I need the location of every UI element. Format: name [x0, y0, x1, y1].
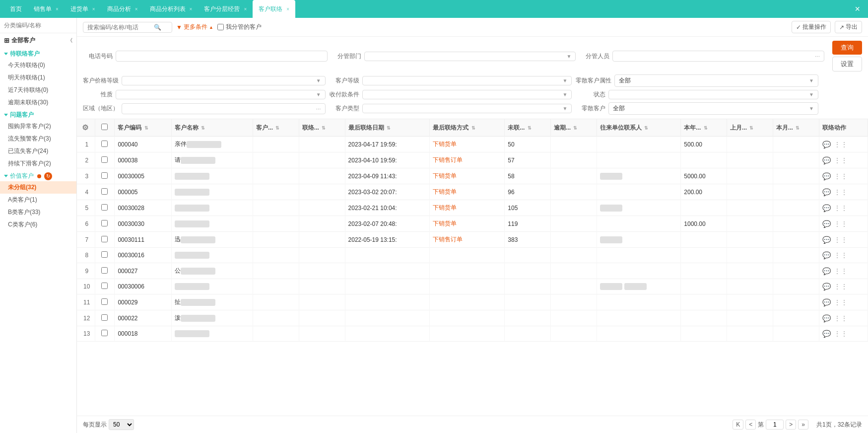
row-select-checkbox[interactable]	[101, 141, 108, 147]
more-icon[interactable]: ⋮⋮	[834, 220, 848, 228]
sidebar-item-overdue[interactable]: 逾期未联络(30)	[0, 96, 76, 109]
col-header-this-year[interactable]: 本年... ⇅	[681, 119, 727, 137]
status-select[interactable]: ▼	[608, 90, 818, 99]
col-header-name[interactable]: 客户名称 ⇅	[171, 119, 253, 137]
reset-button[interactable]: 设置	[832, 57, 862, 72]
more-icon[interactable]: ⋮⋮	[834, 330, 848, 338]
nav-product-analysis[interactable]: 商品分析 ×	[101, 0, 144, 18]
chat-icon[interactable]: 💬	[822, 283, 831, 290]
sidebar-collapse-icon[interactable]: 《	[67, 37, 72, 44]
close-product-list-icon[interactable]: ×	[190, 6, 193, 12]
last-page-button[interactable]: »	[798, 420, 808, 430]
contact-method-link[interactable]: 下销货单	[433, 188, 457, 195]
chat-icon[interactable]: 💬	[822, 236, 831, 244]
more-icon[interactable]: ⋮⋮	[834, 156, 848, 164]
col-header-contact[interactable]: 联络... ⇅	[299, 119, 345, 137]
filter-search-input[interactable]	[87, 24, 152, 31]
sidebar-item-today[interactable]: 今天待联络(0)	[0, 59, 76, 72]
cust-tier-select[interactable]: ▼	[362, 76, 572, 85]
sidebar-item-churn-warning[interactable]: 流失预警客户(3)	[0, 133, 76, 145]
more-icon[interactable]: ⋮⋮	[834, 314, 848, 322]
chat-icon[interactable]: 💬	[822, 204, 831, 212]
batch-ops-button[interactable]: ✓ 批量操作	[792, 21, 831, 33]
nav-sales[interactable]: 销售单 ×	[28, 0, 65, 18]
close-purchase-icon[interactable]: ×	[92, 6, 95, 12]
nav-customer-contact[interactable]: 客户联络 ×	[253, 0, 295, 18]
col-header-last-month[interactable]: 上月... ⇅	[727, 119, 773, 137]
price-tier-select[interactable]: ▼	[122, 76, 326, 85]
row-select-checkbox[interactable]	[101, 204, 108, 211]
col-header-not-contacted[interactable]: 未联... ⇅	[505, 119, 551, 137]
contact-method-link[interactable]: 下销售订单	[433, 236, 463, 243]
close-product-icon[interactable]: ×	[135, 6, 138, 12]
page-number-input[interactable]	[766, 420, 784, 430]
close-tier-icon[interactable]: ×	[244, 6, 247, 12]
sidebar-item-churned[interactable]: 已流失客户(24)	[0, 145, 76, 157]
filter-search-icon[interactable]: 🔍	[154, 24, 161, 31]
chat-icon[interactable]: 💬	[822, 330, 831, 338]
chat-icon[interactable]: 💬	[822, 156, 831, 164]
chat-icon[interactable]: 💬	[822, 141, 831, 148]
filter-more-button[interactable]: ▼ 更多条件 ▲	[176, 23, 213, 31]
contact-method-link[interactable]: 下销售订单	[433, 156, 463, 163]
nature-select[interactable]: ▼	[116, 90, 326, 99]
next-page-button[interactable]: >	[786, 420, 796, 430]
phone-input[interactable]	[116, 51, 328, 62]
nav-product-list[interactable]: 商品分析列表 ×	[144, 0, 199, 18]
window-close-button[interactable]: ×	[851, 4, 864, 14]
row-select-checkbox[interactable]	[101, 330, 108, 336]
query-button[interactable]: 查询	[832, 41, 862, 55]
contact-method-link[interactable]: 下销货单	[433, 141, 457, 147]
close-sales-icon[interactable]: ×	[56, 6, 59, 12]
prev-page-button[interactable]: <	[745, 420, 756, 430]
col-header-contacts[interactable]: 往来单位联系人 ⇅	[597, 119, 681, 137]
select-all-checkbox[interactable]	[101, 124, 108, 130]
contact-method-link[interactable]: 下销货单	[433, 220, 457, 227]
row-select-checkbox[interactable]	[101, 298, 108, 305]
row-select-checkbox[interactable]	[101, 156, 108, 163]
sidebar-item-declining[interactable]: 持续下滑客户(2)	[0, 157, 76, 170]
sidebar-problem-group[interactable]: 问题客户	[0, 109, 76, 120]
col-header-code[interactable]: 客户编码 ⇅	[115, 119, 171, 137]
sidebar-item-class-b[interactable]: B类客户(33)	[0, 206, 76, 218]
contact-method-link[interactable]: 下销货单	[433, 172, 457, 179]
region-select[interactable]: ···	[122, 103, 326, 114]
retail-attr-select[interactable]: 全部 ▼	[614, 74, 818, 87]
sidebar-item-ungrouped[interactable]: 未分组(32)	[0, 181, 76, 194]
col-header-last-method[interactable]: 最后联络方式 ⇅	[430, 119, 505, 137]
more-icon[interactable]: ⋮⋮	[834, 172, 848, 180]
nav-home[interactable]: 首页	[4, 0, 28, 18]
chat-icon[interactable]: 💬	[822, 267, 831, 275]
row-select-checkbox[interactable]	[101, 251, 108, 258]
row-select-checkbox[interactable]	[101, 283, 108, 289]
sidebar-item-7days[interactable]: 近7天待联络(0)	[0, 84, 76, 96]
sidebar-item-class-c[interactable]: C类客户(6)	[0, 218, 76, 231]
more-icon[interactable]: ⋮⋮	[834, 267, 848, 275]
sidebar-item-tomorrow[interactable]: 明天待联络(1)	[0, 72, 76, 84]
row-select-checkbox[interactable]	[101, 172, 108, 179]
more-icon[interactable]: ⋮⋮	[834, 236, 848, 244]
chat-icon[interactable]: 💬	[822, 220, 831, 228]
row-select-checkbox[interactable]	[101, 236, 108, 242]
more-icon[interactable]: ⋮⋮	[834, 298, 848, 306]
row-select-checkbox[interactable]	[101, 188, 108, 195]
row-select-checkbox[interactable]	[101, 220, 108, 226]
settings-icon[interactable]: ⚙	[82, 123, 88, 132]
my-customers-check[interactable]	[217, 24, 224, 30]
nav-customer-tier[interactable]: 客户分层经营 ×	[198, 0, 253, 18]
chat-icon[interactable]: 💬	[822, 314, 831, 322]
more-icon[interactable]: ⋮⋮	[834, 141, 848, 148]
sidebar-all-customers[interactable]: ⊞ 全部客户 《	[0, 33, 76, 48]
col-header-type[interactable]: 客户... ⇅	[253, 119, 299, 137]
sidebar-credit-group[interactable]: 价值客户 ↻	[0, 170, 76, 181]
close-contact-icon[interactable]: ×	[286, 6, 289, 12]
chat-icon[interactable]: 💬	[822, 172, 831, 180]
sidebar-search-input[interactable]	[4, 22, 77, 29]
first-page-button[interactable]: K	[733, 420, 743, 430]
payment-select[interactable]: ▼	[362, 90, 572, 99]
nav-purchase[interactable]: 进货单 ×	[65, 0, 101, 18]
row-select-checkbox[interactable]	[101, 267, 108, 274]
chat-icon[interactable]: 💬	[822, 188, 831, 196]
more-icon[interactable]: ⋮⋮	[834, 204, 848, 212]
manager-select[interactable]: ···	[612, 51, 824, 62]
